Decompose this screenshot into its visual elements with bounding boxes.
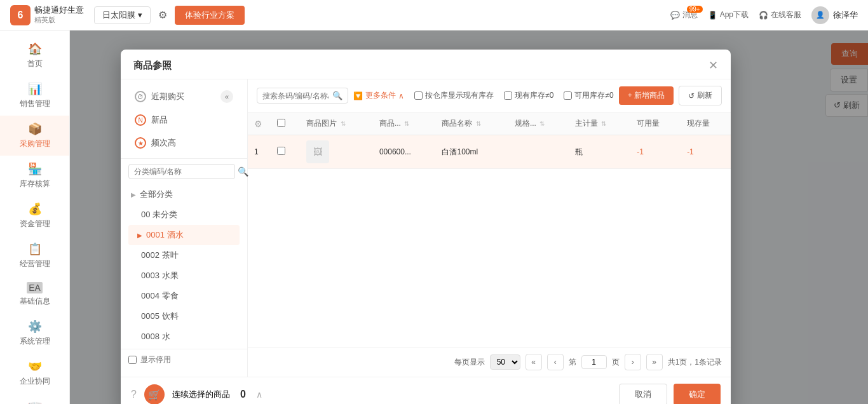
category-fruit[interactable]: 0003 水果 [128, 266, 240, 286]
category-search-icon[interactable]: 🔍 [238, 166, 248, 177]
page-number-input[interactable] [581, 355, 607, 369]
left-panel-footer: 显示停用 [121, 349, 247, 370]
row-unit-cell: 瓶 [569, 135, 631, 169]
top-nav-right: 💬 消息 99+ 📱 App下载 🎧 在线客服 👤 徐泽华 [670, 6, 858, 24]
product-image: 🖼 [306, 140, 329, 163]
col-checkbox [271, 112, 300, 135]
category-unclassified[interactable]: 00 未分类 [128, 205, 240, 225]
arrow-expanded-icon: ▶ [137, 232, 142, 239]
footer-actions: 取消 确定 [619, 384, 721, 404]
filter-icon: 🔽 [353, 91, 363, 100]
available-stock-checkbox[interactable] [504, 91, 512, 100]
chevron-down-icon: ▾ [138, 10, 142, 20]
right-panel: 🔍 🔽 更多条件 ∧ 按仓库显示现有库存 [248, 79, 731, 377]
system-icon: ⚙️ [28, 320, 42, 333]
collapse-button[interactable]: « [220, 90, 233, 103]
col-unit: 主计量 ⇅ [569, 112, 631, 135]
usable-stock-checkbox[interactable] [564, 91, 572, 100]
left-panel-top: ⏱ 近期购买 « N 新品 ★ 频次高 [121, 86, 247, 153]
per-page-select[interactable]: 50 [490, 354, 520, 370]
sidebar-item-operations[interactable]: 📋 经营管理 [0, 236, 69, 276]
sidebar-item-inventory[interactable]: 🏪 库存核算 [0, 156, 69, 196]
sales-icon: 📊 [28, 82, 42, 96]
table-head: ⚙ 商品图片 ⇅ [248, 112, 731, 135]
category-drinks[interactable]: 0005 饮料 [128, 306, 240, 327]
product-search-input[interactable] [262, 91, 329, 100]
sidebar-item-finance[interactable]: 💰 资金管理 [0, 196, 69, 236]
headset-icon: 🎧 [759, 11, 768, 20]
sidebar-item-guide[interactable]: 📖 新手引导 [0, 393, 69, 404]
menu-recent-purchase[interactable]: ⏱ 近期购买 « [128, 86, 240, 107]
check-available-stock[interactable]: 现有库存≠0 [504, 90, 553, 101]
sidebar-item-enterprise[interactable]: 🤝 企业协同 [0, 353, 69, 393]
row-index: 1 [248, 135, 271, 169]
prev-page-button[interactable]: ‹ [547, 354, 564, 370]
next-page-button[interactable]: › [625, 354, 641, 370]
nav-dropdown[interactable]: 日太阳膜 ▾ [94, 6, 151, 24]
cart-button[interactable]: 🛒 [144, 384, 165, 404]
row-checkbox[interactable] [277, 147, 285, 155]
show-disabled-checkbox[interactable] [128, 356, 137, 364]
product-search-bar[interactable]: 🔍 [257, 88, 348, 104]
logo-area: 6 畅捷通好生意 精英版 [10, 5, 86, 25]
sidebar-item-home[interactable]: 🏠 首页 [0, 36, 69, 76]
show-disabled-label[interactable]: 显示停用 [128, 354, 240, 365]
cancel-button[interactable]: 取消 [619, 384, 667, 404]
category-tea[interactable]: 0002 茶叶 [128, 245, 240, 266]
user-area[interactable]: 👤 徐泽华 [811, 6, 858, 24]
app-download-item[interactable]: 📱 App下载 [708, 10, 749, 20]
footer-collapse-icon[interactable]: ∧ [256, 389, 262, 400]
col-settings[interactable]: ⚙ [248, 112, 271, 135]
sidebar-item-basic-info[interactable]: EA 基础信息 [0, 276, 69, 313]
sort-icon-2: ⇅ [404, 120, 409, 127]
category-alcohol[interactable]: ▶ 0001 酒水 [128, 225, 240, 245]
row-name-cell: 白酒100ml [435, 135, 508, 169]
enterprise-icon: 🤝 [28, 360, 42, 374]
main-layout: 🏠 首页 📊 销售管理 📦 采购管理 🏪 库存核算 💰 资金管理 📋 经营管理 … [0, 30, 868, 404]
confirm-button[interactable]: 确定 [674, 384, 721, 404]
guide-icon: 📖 [28, 400, 42, 404]
table-row[interactable]: 1 🖼 [248, 135, 731, 169]
add-product-button[interactable]: + 新增商品 [619, 86, 674, 105]
content-area: 查询 设置 ↺ 刷新 商品参照 ✕ ⏱ 近期购买 « [70, 30, 868, 404]
refresh-button[interactable]: ↺ 刷新 [679, 86, 722, 105]
last-page-button[interactable]: » [646, 354, 663, 370]
menu-new-products[interactable]: N 新品 [128, 110, 240, 130]
sidebar-item-sales[interactable]: 📊 销售管理 [0, 76, 69, 116]
sidebar-item-system[interactable]: ⚙️ 系统管理 [0, 313, 69, 353]
refresh-icon: ↺ [688, 91, 695, 100]
message-icon: 💬 [670, 11, 680, 20]
category-water[interactable]: 0008 水 [128, 327, 240, 347]
col-stock: 现存量 [681, 112, 731, 135]
row-checkbox-cell[interactable] [271, 135, 300, 169]
info-icon: EA [27, 282, 43, 293]
avatar: 👤 [811, 6, 829, 24]
table-header-row: ⚙ 商品图片 ⇅ [248, 112, 731, 135]
menu-frequent[interactable]: ★ 频次高 [128, 133, 240, 153]
pagination: 每页显示 50 « ‹ 第 页 › » 共1页，1条记录 [248, 347, 731, 377]
help-icon[interactable]: ? [131, 389, 137, 400]
toolbar: 🔍 🔽 更多条件 ∧ 按仓库显示现有库存 [248, 79, 731, 112]
mobile-icon: 📱 [708, 11, 717, 20]
experience-btn[interactable]: 体验行业方案 [175, 6, 245, 25]
warehouse-checkbox[interactable] [414, 91, 423, 100]
gear-icon[interactable]: ⚙ [158, 9, 167, 21]
check-warehouse[interactable]: 按仓库显示现有库存 [414, 90, 494, 101]
modal-close-button[interactable]: ✕ [709, 58, 718, 72]
table-settings-icon[interactable]: ⚙ [254, 119, 262, 129]
check-usable-stock[interactable]: 可用库存≠0 [564, 90, 613, 101]
messages-item[interactable]: 💬 消息 99+ [670, 10, 698, 20]
sidebar-item-purchase[interactable]: 📦 采购管理 [0, 116, 69, 156]
product-reference-modal: 商品参照 ✕ ⏱ 近期购买 « N 新品 [121, 50, 731, 404]
online-service-item[interactable]: 🎧 在线客服 [759, 10, 801, 20]
row-code-cell: 000600... [373, 135, 436, 169]
first-page-button[interactable]: « [526, 354, 542, 370]
category-all[interactable]: ▶ 全部分类 [128, 184, 240, 205]
category-search-input[interactable] [128, 164, 235, 179]
select-all-checkbox[interactable] [277, 119, 285, 127]
new-icon: N [135, 114, 146, 126]
category-snacks[interactable]: 0004 零食 [128, 286, 240, 306]
col-image: 商品图片 ⇅ [300, 112, 372, 135]
filter-button[interactable]: 🔽 更多条件 ∧ [353, 90, 404, 101]
modal-footer: ? 🛒 连续选择的商品 0 ∧ 取消 确定 [121, 377, 731, 404]
